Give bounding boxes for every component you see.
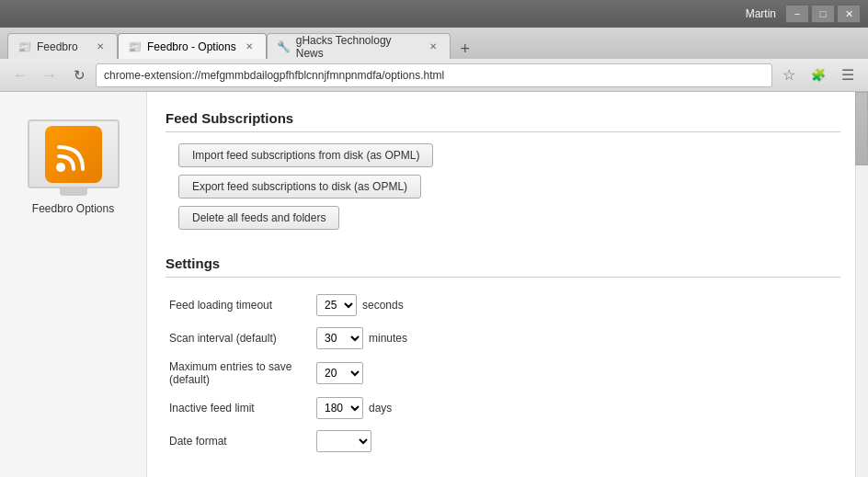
tab-favicon: 🔧 — [277, 40, 291, 53]
tab-label: Feedbro — [37, 40, 78, 53]
inactive-control: 306090180365 days — [316, 397, 837, 419]
settings-row-scan: Scan interval (default) 51015203060120 m… — [166, 322, 840, 355]
settings-row-dateformat: Date format — [166, 425, 840, 458]
new-tab-button[interactable]: + — [452, 39, 478, 59]
delete-button[interactable]: Delete all feeds and folders — [178, 206, 339, 230]
maxentries-select[interactable]: 102050100200 — [316, 362, 363, 384]
settings-row-maxentries: Maximum entries to save (default) 102050… — [166, 355, 840, 392]
tab-favicon: 📰 — [17, 40, 31, 53]
settings-table: Feed loading timeout 5101520253060 secon… — [166, 289, 840, 458]
address-bar[interactable] — [96, 63, 772, 87]
tab-feedbro[interactable]: 📰 Feedbro ✕ — [7, 33, 118, 59]
export-button[interactable]: Export feed subscriptions to disk (as OP… — [178, 175, 421, 199]
tab-feedbro-options[interactable]: 📰 Feedbro - Options ✕ — [118, 33, 267, 59]
main-layout: Feedbro Options Feed Subscriptions Impor… — [0, 92, 868, 477]
window-controls: − □ ✕ — [785, 5, 861, 23]
sidebar-app-label: Feedbro Options — [32, 202, 114, 215]
settings-section: Settings Feed loading timeout 5101520253… — [166, 256, 840, 458]
import-button[interactable]: Import feed subscriptions from disk (as … — [178, 143, 433, 167]
dateformat-control — [316, 430, 837, 452]
svg-point-0 — [56, 163, 65, 172]
username-label: Martin — [746, 7, 776, 20]
scrollable-content: Feed Subscriptions Import feed subscript… — [147, 92, 868, 477]
tab-bar: 📰 Feedbro ✕ 📰 Feedbro - Options ✕ 🔧 gHac… — [0, 28, 868, 59]
feed-subscriptions-title: Feed Subscriptions — [166, 110, 840, 132]
tab-ghacks[interactable]: 🔧 gHacks Technology News ✕ — [267, 33, 451, 59]
app-icon-container — [28, 119, 120, 195]
tab-label: gHacks Technology News — [296, 34, 420, 60]
rss-badge — [45, 126, 102, 183]
minimize-button[interactable]: − — [785, 5, 809, 23]
scrollbar-track[interactable] — [855, 92, 868, 477]
tab-close-button[interactable]: ✕ — [242, 40, 257, 54]
title-bar: Martin − □ ✕ — [0, 0, 868, 28]
scan-unit: minutes — [369, 332, 407, 345]
inactive-select[interactable]: 306090180365 — [316, 397, 363, 419]
settings-row-timeout: Feed loading timeout 5101520253060 secon… — [166, 289, 840, 322]
feed-subscriptions-section: Feed Subscriptions Import feed subscript… — [166, 110, 840, 237]
sidebar: Feedbro Options — [0, 92, 147, 477]
settings-title: Settings — [166, 256, 840, 278]
settings-label-maxentries: Maximum entries to save (default) — [166, 355, 313, 392]
forward-button[interactable]: → — [37, 62, 63, 88]
extensions-button[interactable]: 🧩 — [805, 62, 831, 88]
settings-label-dateformat: Date format — [166, 425, 313, 458]
timeout-control: 5101520253060 seconds — [316, 294, 837, 316]
scan-select[interactable]: 51015203060120 — [316, 327, 363, 349]
content-area: Feed Subscriptions Import feed subscript… — [147, 92, 868, 477]
tab-favicon: 📰 — [128, 40, 142, 53]
monitor-icon — [28, 119, 120, 188]
settings-label-inactive: Inactive feed limit — [166, 392, 313, 425]
restore-button[interactable]: □ — [811, 5, 835, 23]
settings-label-scan: Scan interval (default) — [166, 322, 313, 355]
dateformat-select[interactable] — [316, 430, 371, 452]
monitor-stand — [60, 188, 87, 196]
back-button[interactable]: ← — [7, 62, 33, 88]
bookmark-button[interactable]: ☆ — [776, 62, 802, 88]
nav-bar: ← → ↻ ☆ 🧩 ☰ — [0, 59, 868, 92]
settings-label-timeout: Feed loading timeout — [166, 289, 313, 322]
tab-close-button[interactable]: ✕ — [93, 40, 108, 54]
inactive-unit: days — [369, 402, 392, 415]
tab-label: Feedbro - Options — [147, 40, 236, 53]
close-button[interactable]: ✕ — [837, 5, 861, 23]
scan-control: 51015203060120 minutes — [316, 327, 837, 349]
settings-row-inactive: Inactive feed limit 306090180365 days — [166, 392, 840, 425]
tab-close-button[interactable]: ✕ — [426, 40, 440, 54]
refresh-button[interactable]: ↻ — [66, 62, 92, 88]
scrollbar-thumb[interactable] — [855, 92, 868, 165]
timeout-unit: seconds — [362, 299, 404, 312]
menu-button[interactable]: ☰ — [835, 62, 861, 88]
maxentries-control: 102050100200 — [316, 362, 837, 384]
timeout-select[interactable]: 5101520253060 — [316, 294, 357, 316]
